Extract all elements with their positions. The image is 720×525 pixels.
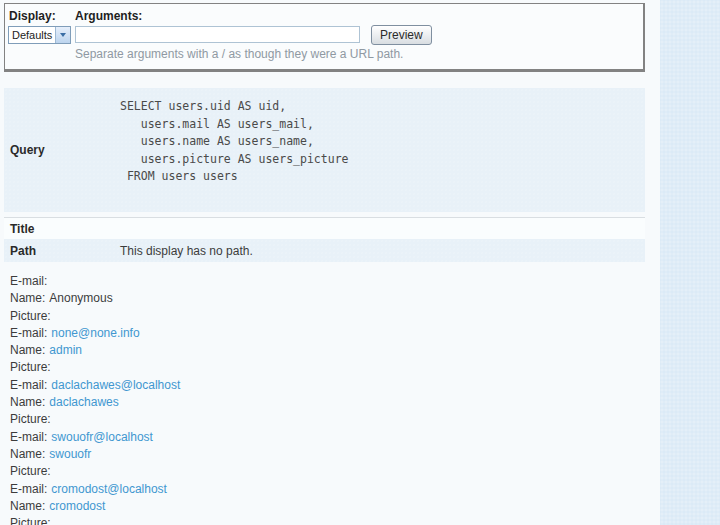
field-label: E-mail: [10,326,47,340]
email-link[interactable]: daclachawes@localhost [51,378,180,392]
views-preview-area: Display: Defaults Arguments: Preview Sep… [4,0,645,525]
field-row: E-mail:daclachawes@localhost [10,377,645,394]
username-link[interactable]: swouofr [49,447,91,461]
display-select-value: Defaults [9,29,55,41]
title-row-label: Title [4,218,120,239]
display-label: Display: [9,9,56,23]
email-link[interactable]: cromodost@localhost [51,482,167,496]
preview-button[interactable]: Preview [371,25,432,45]
field-row: Picture: [10,411,645,428]
query-row-content: SELECT users.uid AS uid, users.mail AS u… [120,88,645,212]
field-row: Picture: [10,463,645,480]
field-row: Name:cromodost [10,498,645,515]
field-label: Name: [10,447,45,461]
path-row-label: Path [4,239,120,262]
display-select[interactable]: Defaults [8,26,71,44]
page-background-strip [660,0,720,525]
field-label: E-mail: [10,378,47,392]
field-label: Name: [10,395,45,409]
select-dropdown-button[interactable] [55,27,70,43]
field-label: Name: [10,343,45,357]
field-row: Name:Anonymous [10,290,645,307]
email-link[interactable]: none@none.info [51,326,139,340]
field-label: Picture: [10,360,51,374]
field-row: Picture: [10,515,645,525]
field-row: E-mail:swouofr@localhost [10,429,645,446]
field-label: E-mail: [10,274,47,288]
arguments-help-text: Separate arguments with a / as though th… [75,47,403,61]
field-row: E-mail:none@none.info [10,325,645,342]
preview-form-panel: Display: Defaults Arguments: Preview Sep… [4,3,645,72]
field-row: Name:swouofr [10,446,645,463]
field-row: Picture: [10,359,645,376]
view-output-list: E-mail: Name:Anonymous Picture: E-mail:n… [4,273,645,525]
username-link[interactable]: admin [49,343,82,357]
field-label: Picture: [10,412,51,426]
arguments-input[interactable] [75,26,360,43]
username-link[interactable]: cromodost [49,499,105,513]
field-row: Name:admin [10,342,645,359]
field-label: Name: [10,291,45,305]
query-row-label: Query [4,88,120,212]
field-row: Picture: [10,308,645,325]
field-label: Picture: [10,464,51,478]
field-value: Anonymous [49,291,112,305]
chevron-down-icon [60,33,66,37]
path-row-content: This display has no path. [120,239,645,262]
field-row: E-mail: [10,273,645,290]
query-sql-text: SELECT users.uid AS uid, users.mail AS u… [120,98,645,186]
username-link[interactable]: daclachawes [49,395,118,409]
field-label: Picture: [10,516,51,525]
field-label: E-mail: [10,482,47,496]
field-label: Picture: [10,309,51,323]
field-row: E-mail:cromodost@localhost [10,481,645,498]
title-row-content [120,218,645,239]
arguments-label: Arguments: [75,9,142,23]
field-label: Name: [10,499,45,513]
path-row-value: This display has no path. [120,244,253,258]
path-row: Path This display has no path. [4,239,645,262]
email-link[interactable]: swouofr@localhost [51,430,153,444]
query-row: Query SELECT users.uid AS uid, users.mai… [4,88,645,212]
field-label: E-mail: [10,430,47,444]
field-row: Name:daclachawes [10,394,645,411]
title-row: Title [4,217,645,239]
